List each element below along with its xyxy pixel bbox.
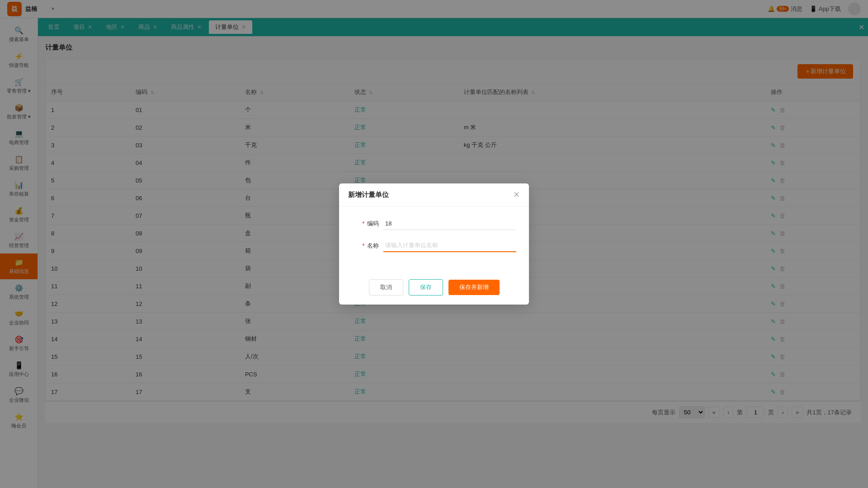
save-button[interactable]: 保存 [409,279,443,296]
cancel-button[interactable]: 取消 [369,279,403,296]
save-new-button[interactable]: 保存并新增 [448,280,500,295]
modal-title: 新增计量单位 [348,191,389,199]
code-input[interactable] [383,217,516,230]
add-unit-modal: 新增计量单位 ✕ * 编码 * 名称 取消 保存 保存并新增 [339,183,529,305]
form-row-name: * 名称 [352,239,516,252]
modal-body: * 编码 * 名称 [339,206,529,272]
form-label-name: * 名称 [352,242,379,250]
modal-header: 新增计量单位 ✕ [339,183,529,206]
form-row-code: * 编码 [352,217,516,230]
modal-footer: 取消 保存 保存并新增 [339,272,529,305]
required-mark-name: * [362,242,364,249]
required-mark-code: * [362,220,364,227]
name-input[interactable] [383,239,516,252]
modal-close-btn[interactable]: ✕ [513,190,520,200]
modal-overlay[interactable]: 新增计量单位 ✕ * 编码 * 名称 取消 保存 保存并新增 [0,0,868,488]
form-label-code: * 编码 [352,220,379,228]
